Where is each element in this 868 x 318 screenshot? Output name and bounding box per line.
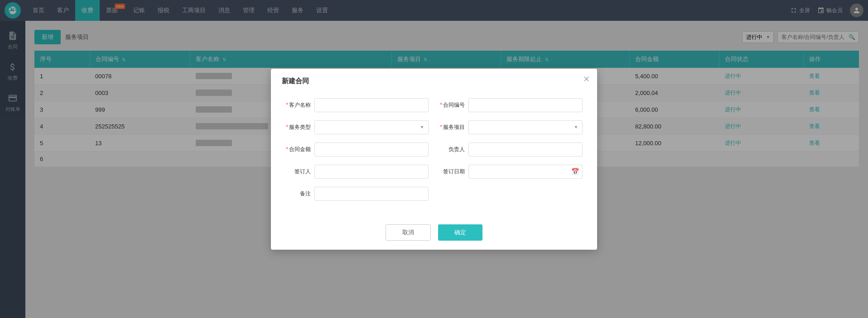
contract-no-group: *合同编号 [439, 98, 583, 112]
contract-amount-input[interactable]: 0.00 [314, 142, 429, 157]
sign-date-label: 签订日期 [439, 168, 465, 176]
signer-input[interactable] [314, 165, 429, 179]
sign-date-wrap: 2023-06-06 📅 [468, 165, 583, 179]
sign-date-input[interactable]: 2023-06-06 [468, 165, 583, 179]
form-row-3: *合同金额 0.00 负责人 [285, 142, 583, 157]
modal-body: *客户名称 *合同编号 *服务类型 [271, 91, 597, 218]
service-type-group: *服务类型 [285, 120, 429, 134]
modal-header: 新建合同 ✕ [271, 69, 597, 91]
service-item-select[interactable] [468, 120, 583, 134]
new-contract-modal: 新建合同 ✕ *客户名称 *合同编号 [271, 69, 597, 250]
customer-name-group: *客户名称 [285, 98, 429, 112]
signer-group: 签订人 [285, 165, 429, 179]
service-item-select-wrap [468, 120, 583, 134]
service-type-select-wrap [314, 120, 429, 134]
contract-amount-group: *合同金额 0.00 [285, 142, 429, 157]
responsible-input[interactable] [468, 142, 583, 157]
service-item-group: *服务项目 [439, 120, 583, 134]
sign-date-group: 签订日期 2023-06-06 📅 [439, 165, 583, 179]
notes-group: 备注 [285, 187, 429, 201]
contract-no-input[interactable] [468, 98, 583, 112]
responsible-group: 负责人 [439, 142, 583, 157]
confirm-button[interactable]: 确定 [438, 224, 482, 241]
contract-amount-label: *合同金额 [285, 146, 311, 153]
customer-name-input[interactable] [314, 98, 429, 112]
form-row-1: *客户名称 *合同编号 [285, 98, 583, 112]
notes-input[interactable] [314, 187, 429, 201]
form-row-4: 签订人 签订日期 2023-06-06 📅 [285, 165, 583, 179]
service-type-select[interactable] [314, 120, 429, 134]
contract-no-label: *合同编号 [439, 101, 465, 109]
customer-name-label: *客户名称 [285, 101, 311, 109]
modal-close-button[interactable]: ✕ [583, 75, 590, 83]
modal-overlay: 新建合同 ✕ *客户名称 *合同编号 [0, 0, 868, 318]
service-item-label: *服务项目 [439, 123, 465, 131]
signer-label: 签订人 [285, 168, 311, 176]
form-row-2: *服务类型 *服务项目 [285, 120, 583, 134]
modal-footer: 取消 确定 [271, 218, 597, 250]
modal-title: 新建合同 [282, 77, 309, 85]
notes-label: 备注 [285, 190, 311, 198]
responsible-label: 负责人 [439, 146, 465, 153]
calendar-icon[interactable]: 📅 [571, 168, 579, 175]
service-type-label: *服务类型 [285, 123, 311, 131]
cancel-button[interactable]: 取消 [386, 224, 431, 241]
form-row-5: 备注 [285, 187, 583, 201]
